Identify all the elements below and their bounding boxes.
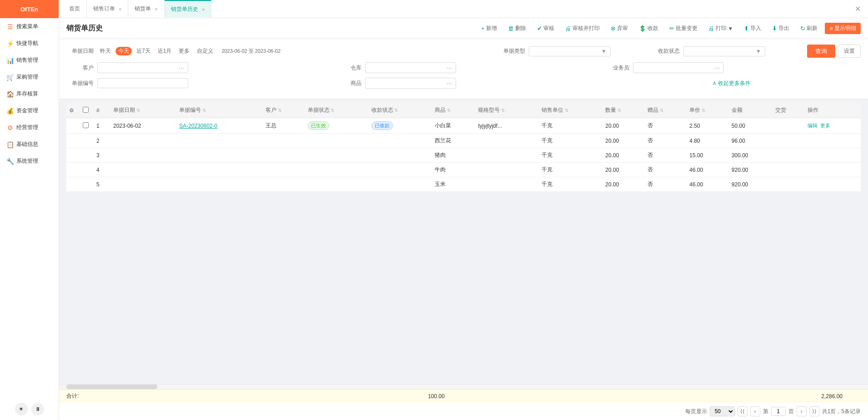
tab-close-sales-order[interactable]: × [119, 6, 121, 12]
sort-spec-icon: ⇅ [500, 108, 505, 113]
show-detail-button[interactable]: ≡ 显示明细 [825, 23, 861, 34]
cell-doc-no[interactable]: SA-20230602-0 [176, 118, 263, 134]
cell-rowno: 4 [94, 163, 110, 177]
sidebar-item-capital-mgmt[interactable]: 💰 资金管理 [0, 102, 59, 119]
per-page-label: 每页显示 [685, 408, 707, 415]
cell-ops[interactable] [805, 134, 861, 148]
settings-button[interactable]: 设置 [838, 45, 861, 58]
collect-button[interactable]: 💲 收款 [635, 23, 662, 34]
payment-status-select[interactable]: ▼ [683, 46, 765, 56]
th-checkbox[interactable] [80, 103, 94, 118]
goods-input[interactable]: ··· [365, 78, 456, 89]
new-button[interactable]: + 新增 [477, 23, 501, 34]
cell-checkbox[interactable] [80, 148, 94, 163]
per-page-select[interactable]: 50 100 200 [710, 406, 735, 416]
sidebar-item-quick-nav[interactable]: ⚡ 快捷导航 [0, 35, 59, 52]
next-page-btn[interactable]: › [797, 406, 807, 416]
sidebar-item-inventory[interactable]: 🏠 库存核算 [0, 85, 59, 102]
doc-type-select[interactable]: ▼ [529, 46, 611, 56]
sidebar-sun-btn[interactable]: ☀ [15, 403, 28, 415]
cell-ops[interactable] [805, 177, 861, 192]
tab-sales-history[interactable]: 销货单历史 × [165, 0, 211, 18]
th-gift[interactable]: 赠品 ⇅ [645, 103, 687, 118]
cell-checkbox[interactable] [80, 163, 94, 177]
docno-input[interactable] [97, 78, 188, 88]
salesperson-dots-icon: ··· [714, 64, 720, 71]
th-doc-date[interactable]: 单据日期 ⇅ [110, 103, 176, 118]
sidebar: OfTEn ☰ 搜索菜单 ⚡ 快捷导航 📊 销售管理 🛒 采购管理 🏠 库存核算… [0, 0, 59, 420]
scrollbar-area[interactable] [59, 385, 868, 389]
sidebar-item-sys-mgmt[interactable]: 🔧 系统管理 [0, 153, 59, 170]
first-page-btn[interactable]: ⟨⟨ [738, 406, 748, 416]
goods-dots-icon: ··· [447, 80, 452, 87]
export-button[interactable]: ⬇ 导出 [768, 23, 793, 34]
abandon-button[interactable]: ⊗ 弃审 [607, 23, 632, 34]
sidebar-pause-btn[interactable]: ⏸ [31, 403, 44, 415]
th-doc-status[interactable]: 单据状态 ⇅ [305, 103, 369, 118]
select-all-checkbox[interactable] [83, 107, 89, 113]
th-payment-status[interactable]: 收款状态 ⇅ [369, 103, 432, 118]
audit-button[interactable]: ✔ 审核 [533, 23, 558, 34]
date-opt-1month[interactable]: 近1月 [155, 47, 175, 55]
cell-checkbox[interactable] [80, 118, 94, 134]
th-amount[interactable]: 金额 [729, 103, 773, 118]
audit-print-icon: 🖨 [565, 25, 571, 32]
query-button[interactable]: 查询 [807, 45, 835, 58]
salesperson-input[interactable]: ··· [633, 62, 724, 73]
tab-close-sales-history[interactable]: × [202, 7, 205, 12]
date-opt-today[interactable]: 今天 [115, 47, 132, 55]
th-customer[interactable]: 客户 ⇅ [263, 103, 305, 118]
cell-doc-no[interactable] [176, 134, 263, 148]
prev-page-btn[interactable]: ‹ [750, 406, 760, 416]
cell-doc-no[interactable] [176, 163, 263, 177]
cell-ops[interactable] [805, 163, 861, 177]
date-opt-custom[interactable]: 自定义 [194, 47, 216, 55]
sidebar-item-purchase-mgmt[interactable]: 🛒 采购管理 [0, 69, 59, 85]
th-settings[interactable]: ⚙ [66, 103, 80, 118]
audit-print-button[interactable]: 🖨 审核并打印 [562, 23, 603, 34]
page-number-input[interactable] [771, 407, 786, 416]
scrollbar-thumb[interactable] [66, 385, 157, 389]
customer-input[interactable]: ··· [97, 62, 188, 73]
last-page-btn[interactable]: ⟩⟩ [809, 406, 819, 416]
th-goods[interactable]: 商品 ⇅ [432, 103, 475, 118]
th-doc-no[interactable]: 单据编号 ⇅ [176, 103, 263, 118]
cell-qty: 20.00 [602, 177, 645, 192]
date-opt-7days[interactable]: 近7天 [134, 47, 153, 55]
cell-ops[interactable]: 编辑更多 [805, 118, 861, 134]
collapse-button[interactable]: ∧ 收起更多条件 [712, 80, 751, 87]
sidebar-item-sales-mgmt[interactable]: 📊 销售管理 [0, 52, 59, 69]
tab-sales-order[interactable]: 销售订单 × [87, 0, 128, 18]
date-opt-more[interactable]: 更多 [176, 47, 192, 55]
op-btn-编辑[interactable]: 编辑 [808, 122, 818, 129]
cell-checkbox[interactable] [80, 177, 94, 192]
sidebar-item-ops-mgmt[interactable]: ⚙ 经营管理 [0, 119, 59, 136]
cell-spec [475, 148, 539, 163]
th-unit[interactable]: 销售单位 ⇅ [539, 103, 602, 118]
window-close-btn[interactable]: ✕ [851, 5, 864, 13]
tab-sales-delivery[interactable]: 销货单 × [128, 0, 164, 18]
th-spec[interactable]: 规格型号 ⇅ [475, 103, 539, 118]
cell-ops[interactable] [805, 148, 861, 163]
cell-qty: 20.00 [602, 134, 645, 148]
collapse-icon: ∧ [712, 80, 717, 86]
doc-no-link[interactable]: SA-20230602-0 [179, 123, 217, 129]
refresh-button[interactable]: ↻ 刷新 [797, 23, 821, 34]
print-button[interactable]: 🖨 打印 ▼ [705, 23, 737, 34]
batch-change-button[interactable]: ✏ 批量变更 [666, 23, 701, 34]
import-button[interactable]: ⬆ 导入 [740, 23, 765, 34]
tab-close-sales-delivery[interactable]: × [155, 6, 157, 12]
cell-settings [66, 148, 80, 163]
sidebar-item-search-menu[interactable]: ☰ 搜索菜单 [0, 18, 59, 35]
cell-doc-no[interactable] [176, 148, 263, 163]
op-btn-更多[interactable]: 更多 [820, 122, 830, 129]
sidebar-item-basic-info[interactable]: 📋 基础信息 [0, 136, 59, 153]
date-opt-yesterday[interactable]: 昨天 [97, 47, 114, 55]
th-unit-price[interactable]: 单价 ⇅ [687, 103, 729, 118]
cell-checkbox[interactable] [80, 134, 94, 148]
th-qty[interactable]: 数量 ⇅ [602, 103, 645, 118]
warehouse-input[interactable]: ··· [365, 62, 456, 73]
delete-button[interactable]: 🗑 删除 [504, 23, 530, 34]
tab-home[interactable]: 首页 [63, 0, 87, 18]
cell-doc-no[interactable] [176, 177, 263, 192]
